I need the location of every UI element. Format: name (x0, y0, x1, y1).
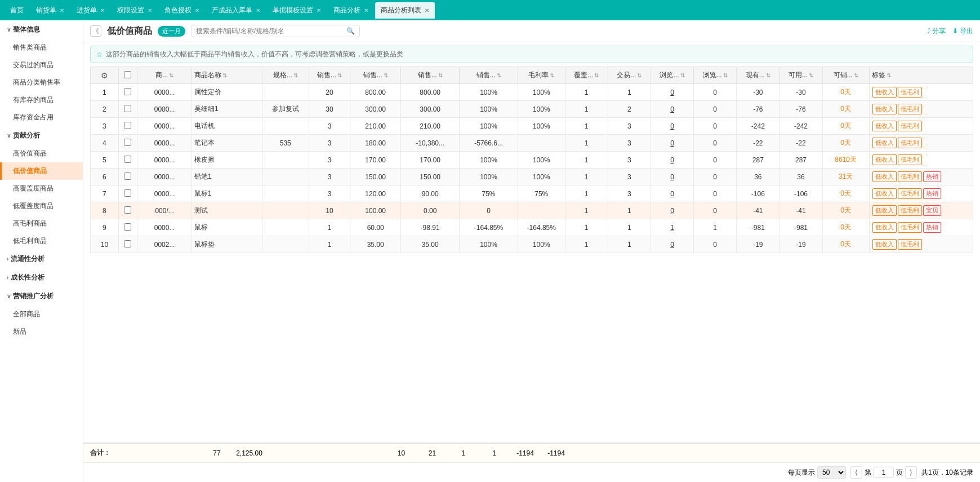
th-sales-price[interactable]: 销售...⇅ (350, 67, 401, 84)
row-checkbox-cell[interactable] (118, 219, 137, 236)
row-browse1[interactable]: 0 (651, 152, 693, 169)
next-page-button[interactable]: ⟩ (905, 466, 917, 479)
sidebar-item-sales-goods[interactable]: 销售类商品 (0, 39, 83, 56)
browse1-link[interactable]: 0 (670, 173, 674, 181)
select-all-checkbox[interactable] (124, 71, 131, 78)
th-checkbox[interactable] (118, 67, 137, 84)
nav-permission-close[interactable]: ✕ (148, 7, 152, 14)
row-checkbox[interactable] (124, 105, 131, 112)
row-checkbox[interactable] (124, 173, 131, 180)
browse1-link[interactable]: 0 (670, 190, 674, 198)
th-name[interactable]: 商品名称⇅ (192, 67, 262, 84)
th-sellable[interactable]: 可销...⇅ (822, 67, 869, 84)
row-checkbox[interactable] (124, 206, 131, 214)
sidebar-group-marketing[interactable]: ∨ 营销推广分析 (0, 287, 83, 306)
period-tag[interactable]: 近一月 (158, 26, 185, 37)
browse1-link[interactable]: 0 (670, 139, 674, 147)
row-checkbox-cell[interactable] (118, 185, 137, 202)
export-button[interactable]: ⬇ 导出 (952, 26, 973, 36)
th-coverage[interactable]: 覆盖...⇅ (565, 67, 608, 84)
sidebar-group-circulation[interactable]: › 流通性分析 (0, 250, 83, 268)
sidebar-item-low-value[interactable]: 低价值商品 (0, 162, 83, 180)
nav-product-instock[interactable]: 产成品入库单 ✕ (206, 2, 266, 19)
row-checkbox[interactable] (124, 88, 131, 95)
sidebar-item-category-sales-rate[interactable]: 商品分类销售率 (0, 74, 83, 91)
row-browse1[interactable]: 0 (651, 84, 693, 101)
sidebar-item-high-value[interactable]: 高价值商品 (0, 145, 83, 162)
row-browse1[interactable]: 0 (651, 185, 693, 202)
search-input[interactable] (196, 27, 343, 35)
row-checkbox[interactable] (124, 156, 131, 163)
row-checkbox[interactable] (124, 139, 131, 146)
th-sales-amount[interactable]: 销售...⇅ (401, 67, 460, 84)
nav-template-close[interactable]: ✕ (317, 7, 321, 14)
nav-sales-order[interactable]: 销货单 ✕ (30, 2, 70, 19)
sidebar-item-high-coverage[interactable]: 高覆盖度商品 (0, 180, 83, 197)
row-browse1[interactable]: 0 (651, 101, 693, 118)
th-sales-cost[interactable]: 销售...⇅ (460, 67, 518, 84)
row-checkbox-cell[interactable] (118, 236, 137, 253)
browse1-link[interactable]: 0 (670, 207, 674, 215)
page-number-input[interactable] (874, 467, 894, 478)
row-browse1[interactable]: 0 (651, 169, 693, 185)
th-browse2[interactable]: 浏览...⇅ (694, 67, 737, 84)
nav-product-analysis-list-close[interactable]: ✕ (425, 7, 429, 14)
first-page-button[interactable]: ⟨ (850, 466, 862, 479)
nav-product-analysis-close[interactable]: ✕ (364, 7, 368, 14)
nav-product-analysis-list[interactable]: 商品分析列表 ✕ (375, 2, 435, 19)
row-browse1[interactable]: 0 (651, 202, 693, 219)
nav-role-auth-close[interactable]: ✕ (195, 7, 199, 14)
row-checkbox[interactable] (124, 223, 131, 231)
row-checkbox[interactable] (124, 122, 131, 129)
th-sales-qty[interactable]: 销售...⇅ (309, 67, 350, 84)
collapse-sidebar-button[interactable]: 《 (90, 25, 101, 37)
sidebar-group-contribution[interactable]: ∨ 贡献分析 (0, 126, 83, 145)
row-checkbox[interactable] (124, 240, 131, 247)
nav-sales-order-close[interactable]: ✕ (60, 7, 64, 14)
row-browse1[interactable]: 0 (651, 236, 693, 253)
per-page-dropdown[interactable]: 50 100 200 (817, 466, 846, 479)
th-browse1[interactable]: 浏览...⇅ (651, 67, 693, 84)
share-button[interactable]: ⤴ 分享 (927, 26, 946, 36)
sidebar-item-new-goods[interactable]: 新品 (0, 323, 83, 341)
sidebar-group-overall[interactable]: ∨ 整体信息 (0, 20, 83, 39)
th-spec[interactable]: 规格...⇅ (262, 67, 309, 84)
browse1-link[interactable]: 0 (670, 89, 674, 96)
th-available[interactable]: 可用...⇅ (779, 67, 822, 84)
nav-purchase-order[interactable]: 进货单 ✕ (71, 2, 110, 19)
sidebar-item-stock-goods[interactable]: 有库存的商品 (0, 91, 83, 109)
sidebar-item-low-coverage[interactable]: 低覆盖度商品 (0, 197, 83, 215)
sidebar-item-high-margin[interactable]: 高毛利商品 (0, 215, 83, 232)
gear-icon[interactable]: ⚙ (101, 71, 108, 80)
row-checkbox-cell[interactable] (118, 202, 137, 219)
row-checkbox-cell[interactable] (118, 169, 137, 185)
row-browse1[interactable]: 0 (651, 118, 693, 135)
row-browse1[interactable]: 1 (651, 219, 693, 236)
row-checkbox-cell[interactable] (118, 118, 137, 135)
row-checkbox-cell[interactable] (118, 152, 137, 169)
row-checkbox-cell[interactable] (118, 101, 137, 118)
sidebar-group-growth[interactable]: › 成长性分析 (0, 268, 83, 287)
nav-product-instock-close[interactable]: ✕ (256, 7, 260, 14)
browse1-link[interactable]: 0 (670, 105, 674, 113)
nav-template[interactable]: 单据模板设置 ✕ (267, 2, 327, 19)
sidebar-item-traded-goods[interactable]: 交易过的商品 (0, 56, 83, 74)
browse1-link[interactable]: 0 (670, 241, 674, 249)
th-transaction[interactable]: 交易...⇅ (608, 67, 651, 84)
row-checkbox[interactable] (124, 189, 131, 197)
browse1-link[interactable]: 0 (670, 122, 674, 130)
th-code[interactable]: 商...⇅ (137, 67, 192, 84)
browse1-link[interactable]: 1 (670, 224, 674, 232)
nav-permission[interactable]: 权限设置 ✕ (112, 2, 158, 19)
row-checkbox-cell[interactable] (118, 84, 137, 101)
sidebar-item-stock-capital[interactable]: 库存资金占用 (0, 109, 83, 126)
search-icon[interactable]: 🔍 (346, 27, 355, 35)
nav-product-analysis[interactable]: 商品分析 ✕ (328, 2, 374, 19)
sidebar-item-all-goods[interactable]: 全部商品 (0, 306, 83, 323)
row-browse1[interactable]: 0 (651, 135, 693, 152)
th-tags[interactable]: 标签⇅ (869, 67, 973, 84)
nav-purchase-order-close[interactable]: ✕ (100, 7, 105, 14)
th-gross-margin[interactable]: 毛利率⇅ (518, 67, 565, 84)
nav-role-auth[interactable]: 角色授权 ✕ (159, 2, 205, 19)
sidebar-item-low-margin[interactable]: 低毛利商品 (0, 232, 83, 250)
